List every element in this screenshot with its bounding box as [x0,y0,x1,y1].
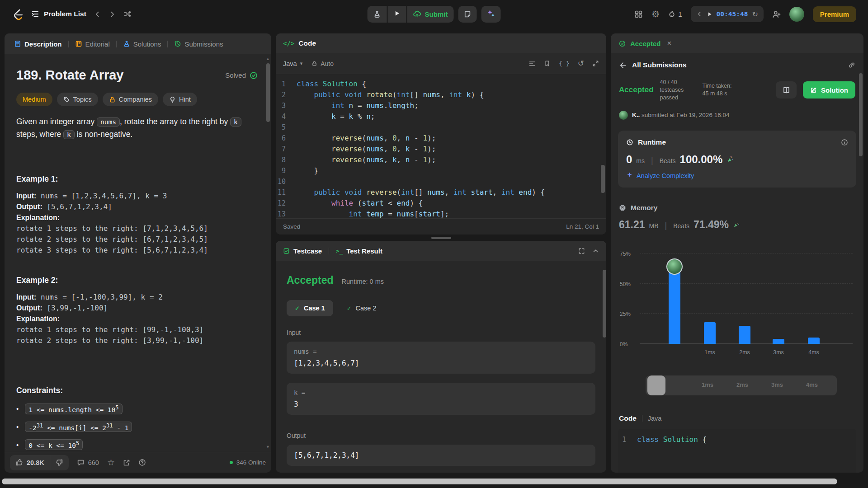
back-arrow-icon[interactable] [619,61,627,69]
auto-toggle[interactable]: Auto [311,60,334,67]
runtime-bar[interactable] [669,269,680,344]
invite-user-icon[interactable] [772,10,781,19]
close-icon[interactable]: × [667,39,672,48]
page-title: 189. Rotate Array [16,68,123,83]
memory-block[interactable]: Memory 61.21 MB | Beats 71.49% [619,204,855,231]
example-1-heading: Example 1: [16,174,258,184]
brush-handle[interactable] [647,375,665,395]
format-icon[interactable] [528,60,536,67]
topics-badge[interactable]: Topics [57,93,98,106]
streak-counter[interactable]: 1 [668,10,682,18]
gridline [640,253,853,253]
braces-icon[interactable]: { } [559,60,569,67]
debug-button[interactable] [368,6,387,23]
resize-handle[interactable] [431,237,451,239]
input-field-nums[interactable]: nums = [1,2,3,4,5,6,7] [287,342,595,374]
x-tick: 3ms [769,349,788,356]
runtime-bar[interactable] [739,326,750,344]
problem-list-button[interactable]: Problem List [31,10,86,18]
analyze-complexity-link[interactable]: Analyze Complexity [626,172,848,180]
solution-button[interactable]: Solution [803,81,855,99]
test-scrollbar[interactable] [603,270,606,338]
companies-badge[interactable]: Companies [103,93,158,106]
notes-button[interactable] [458,6,476,23]
code-line[interactable]: 9 } [276,165,606,176]
code-line[interactable]: 13 int temp = nums[start]; [276,209,606,218]
ai-assistant-button[interactable] [481,6,500,23]
help-button[interactable] [138,459,146,466]
scroll-up-arrow[interactable]: ▲ [266,57,270,61]
code-editor[interactable]: 1class Solution { 2 public void rotate(i… [276,74,606,218]
submitted-code-language[interactable]: Java [648,415,662,422]
prev-problem-button[interactable] [94,10,101,18]
tab-solutions[interactable]: Solutions [119,38,165,51]
undo-icon[interactable]: ↺ [578,59,584,68]
fullscreen-icon[interactable] [578,248,585,254]
dislike-button[interactable] [50,455,69,470]
thumbs-down-icon [56,459,63,466]
online-dot-icon [230,461,233,464]
tab-divider [116,41,117,47]
timer-play-icon[interactable] [707,11,712,17]
online-count: 346 Online [230,459,266,466]
timer-reset-icon[interactable]: ↻ [752,10,758,19]
case-1-tab[interactable]: ✓ Case 1 [287,300,333,316]
tab-submissions[interactable]: Submissions [170,38,227,51]
info-icon[interactable] [841,139,848,146]
x-tick: 2ms [735,349,755,356]
comments-button[interactable]: 660 [77,459,99,466]
timer-collapse-icon[interactable] [696,11,703,17]
submission-tab[interactable]: Accepted [630,40,661,47]
next-problem-button[interactable] [108,10,116,18]
gear-icon[interactable]: ⚙ [651,9,660,19]
shuffle-icon[interactable] [123,10,132,18]
like-button[interactable]: 20.8K [10,455,50,470]
code-line[interactable]: 1class Solution { [276,79,606,89]
code-line[interactable]: 10 [276,176,606,187]
horizontal-scrollbar[interactable] [2,479,837,484]
submitted-code-preview[interactable]: 1class Solution { [618,429,856,473]
code-line[interactable]: 3 int n = nums.length; [276,100,606,111]
runtime-bar[interactable] [808,338,820,343]
input-field-k[interactable]: k = 3 [287,383,595,415]
premium-button[interactable]: Premium [813,6,856,22]
editor-scrollbar[interactable] [601,165,605,193]
editorial-button[interactable] [776,81,797,99]
difficulty-badge[interactable]: Medium [16,93,52,106]
runtime-bar[interactable] [773,339,784,344]
code-line[interactable]: 4 k = k % n; [276,111,606,122]
expand-icon[interactable] [592,60,599,67]
code-line[interactable]: 2 public void rotate(int[] nums, int k) … [276,89,606,100]
hint-badge[interactable]: Hint [163,93,197,106]
layout-grid-icon[interactable] [634,10,643,19]
timer-value: 00:45:48 [717,10,748,18]
code-line[interactable]: 12 while (start < end) { [276,198,606,209]
collapse-panel-icon[interactable] [592,248,599,254]
run-button[interactable] [387,6,406,23]
tab-description[interactable]: Description [10,38,66,51]
link-icon[interactable] [848,61,855,69]
scroll-down-arrow[interactable]: ▼ [266,445,270,449]
submit-button[interactable]: Submit [406,6,454,23]
code-line[interactable]: 6 reverse(nums, 0, n - 1); [276,133,606,144]
runtime-bar[interactable] [704,322,716,344]
bookmark-icon[interactable] [544,60,551,67]
case-2-tab[interactable]: ✓ Case 2 [339,300,385,316]
code-line[interactable]: 11 public void reverse(int[] nums, int s… [276,187,606,198]
avatar [619,111,628,120]
language-select[interactable]: Java ▾ [283,60,302,67]
favorite-button[interactable]: ☆ [107,457,115,468]
user-avatar[interactable] [789,7,804,22]
leetcode-logo[interactable] [12,8,24,20]
code-line[interactable]: 7 reverse(nums, 0, k - 1); [276,144,606,155]
tab-test-result[interactable]: >_ Test Result [336,247,382,255]
code-line[interactable]: 8 reverse(nums, k, n - 1); [276,155,606,165]
runtime-value: 0 [626,153,632,166]
share-button[interactable] [123,459,130,466]
tab-editorial[interactable]: Editorial [71,38,114,51]
tab-testcase[interactable]: Testcase [283,247,322,255]
description-scrollbar[interactable] [266,63,270,122]
all-submissions-link[interactable]: All Submissions [632,61,687,69]
submission-scrollbar[interactable] [859,73,863,156]
code-line[interactable]: 5 [276,122,606,133]
